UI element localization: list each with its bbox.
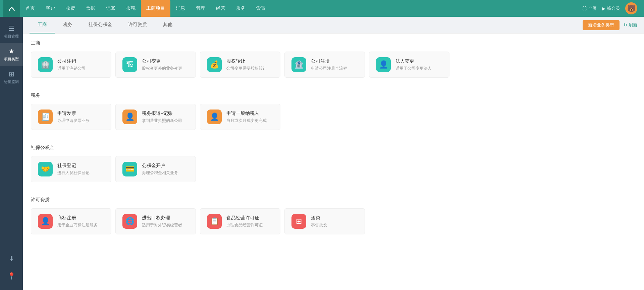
card-title-2-1: 公积金开户 bbox=[142, 163, 178, 169]
project-management-icon: ☰ bbox=[8, 24, 14, 32]
card-text-1-0: 申请发票办理申请发票业务 bbox=[57, 111, 90, 124]
card-0-0[interactable]: 🏢公司注销适用于注销公司 bbox=[31, 52, 111, 78]
sidebar-item-label-progress-monitor: 进度监测 bbox=[4, 79, 19, 84]
card-desc-3-1: 适用于对外贸易经营者 bbox=[142, 222, 182, 228]
card-0-4[interactable]: 👤法人变更适用于公司变更法人 bbox=[369, 52, 449, 78]
nav-item-1[interactable]: 客户 bbox=[40, 0, 60, 17]
nav-item-0[interactable]: 首页 bbox=[20, 0, 40, 17]
nav-item-11[interactable]: 设置 bbox=[251, 0, 271, 17]
card-icon-1-2: 👤 bbox=[207, 110, 222, 124]
card-icon-0-4: 👤 bbox=[376, 57, 391, 72]
refresh-button[interactable]: ↻ 刷新 bbox=[624, 22, 637, 28]
scroll-content: 工商🏢公司注销适用于注销公司🏗公司变更股权变更外的业务变更💰股权转让公司变更需要… bbox=[23, 33, 644, 290]
tab-bar: 工商税务社保公积金许可资质其他 新增业务类型 ↻ 刷新 bbox=[23, 17, 644, 33]
section-title-1: 税务 bbox=[31, 92, 636, 98]
card-desc-2-0: 进行人员社保登记 bbox=[57, 170, 90, 176]
card-title-1-1: 税务报道+记账 bbox=[142, 111, 182, 117]
sidebar-location-btn[interactable]: 📍 bbox=[0, 267, 23, 285]
card-title-0-2: 股权转让 bbox=[226, 58, 267, 64]
nav-item-10[interactable]: 服务 bbox=[231, 0, 251, 17]
card-desc-2-1: 办理公积金相关业务 bbox=[142, 170, 178, 176]
card-title-2-0: 社保登记 bbox=[57, 163, 90, 169]
card-title-0-1: 公司变更 bbox=[142, 58, 182, 64]
refresh-icon: ↻ bbox=[624, 22, 627, 27]
tab-2[interactable]: 社保公积金 bbox=[80, 17, 120, 33]
tab-3[interactable]: 许可资质 bbox=[120, 17, 155, 33]
card-title-1-0: 申请发票 bbox=[57, 111, 90, 117]
sidebar: ☰ 项目管理 ★ 项目类型 ⊞ 进度监测 ⬇ 📍 bbox=[0, 17, 23, 290]
fullscreen-tool[interactable]: ⛶ 全屏 bbox=[582, 5, 597, 11]
card-text-1-1: 税务报道+记账拿到营业执照的新公司 bbox=[142, 111, 182, 124]
avatar[interactable]: 🐻 bbox=[625, 2, 637, 14]
card-2-1[interactable]: 💳公积金开户办理公积金相关业务 bbox=[115, 156, 196, 182]
card-2-0[interactable]: 🤝社保登记进行人员社保登记 bbox=[31, 156, 111, 182]
sidebar-item-project-management[interactable]: ☰ 项目管理 bbox=[0, 20, 23, 43]
card-icon-3-3: ⊞ bbox=[291, 214, 306, 229]
section-divider-1 bbox=[31, 138, 636, 145]
card-3-2[interactable]: 📋食品经营许可证办理食品经营许可证 bbox=[200, 208, 280, 234]
nav-item-5[interactable]: 报税 bbox=[121, 0, 141, 17]
section-divider-2 bbox=[31, 190, 636, 197]
card-1-0[interactable]: 🧾申请发票办理申请发票业务 bbox=[31, 104, 111, 130]
refresh-label: 刷新 bbox=[629, 22, 637, 28]
cards-grid-1: 🧾申请发票办理申请发票业务👤税务报道+记账拿到营业执照的新公司👤申请一般纳税人当… bbox=[31, 104, 636, 130]
nav-item-9[interactable]: 经营 bbox=[211, 0, 231, 17]
card-text-0-2: 股权转让公司变更需要股权转让 bbox=[226, 58, 267, 71]
card-text-0-4: 法人变更适用于公司变更法人 bbox=[395, 58, 432, 71]
card-desc-0-2: 公司变更需要股权转让 bbox=[226, 66, 267, 71]
sidebar-item-progress-monitor[interactable]: ⊞ 进度监测 bbox=[0, 66, 23, 88]
card-3-3[interactable]: ⊞酒类零售批发 bbox=[284, 208, 365, 234]
card-text-3-0: 商标注册用于企业商标注册服务 bbox=[57, 215, 98, 228]
card-icon-1-1: 👤 bbox=[122, 110, 137, 124]
content-area: 工商税务社保公积金许可资质其他 新增业务类型 ↻ 刷新 工商🏢公司注销适用于注销… bbox=[23, 17, 644, 290]
card-desc-0-1: 股权变更外的业务变更 bbox=[142, 66, 182, 71]
card-0-1[interactable]: 🏗公司变更股权变更外的业务变更 bbox=[115, 52, 196, 78]
nav-item-2[interactable]: 收费 bbox=[60, 0, 80, 17]
card-0-2[interactable]: 💰股权转让公司变更需要股权转让 bbox=[200, 52, 280, 78]
card-title-3-1: 进出口权办理 bbox=[142, 215, 182, 221]
card-0-3[interactable]: 🏦公司注册申请公司注册全流程 bbox=[284, 52, 365, 78]
card-desc-1-2: 当月或次月成变更完成 bbox=[226, 118, 267, 124]
cards-grid-0: 🏢公司注销适用于注销公司🏗公司变更股权变更外的业务变更💰股权转让公司变更需要股权… bbox=[31, 52, 636, 78]
card-icon-3-1: 🌐 bbox=[122, 214, 137, 229]
tab-0[interactable]: 工商 bbox=[30, 17, 55, 33]
add-business-type-button[interactable]: 新增业务类型 bbox=[583, 20, 620, 30]
cards-grid-2: 🤝社保登记进行人员社保登记💳公积金开户办理公积金相关业务 bbox=[31, 156, 636, 182]
card-desc-1-1: 拿到营业执照的新公司 bbox=[142, 118, 182, 124]
tab-1[interactable]: 税务 bbox=[55, 17, 80, 33]
card-icon-2-1: 💳 bbox=[122, 162, 137, 176]
card-title-3-2: 食品经营许可证 bbox=[226, 215, 263, 221]
card-desc-3-3: 零售批发 bbox=[311, 222, 327, 228]
nav-item-7[interactable]: 消息 bbox=[170, 0, 191, 17]
card-icon-3-0: 👤 bbox=[38, 214, 53, 229]
sidebar-item-label-project-type: 项目类型 bbox=[4, 57, 19, 62]
tab-4[interactable]: 其他 bbox=[155, 17, 180, 33]
card-icon-0-1: 🏗 bbox=[122, 57, 137, 72]
card-text-0-0: 公司注销适用于注销公司 bbox=[57, 58, 86, 71]
nav-item-8[interactable]: 管理 bbox=[191, 0, 211, 17]
nav-items: 首页客户收费票据记账报税工商项目消息管理经营服务设置 bbox=[20, 0, 582, 17]
download-icon: ⬇ bbox=[9, 255, 14, 263]
card-3-0[interactable]: 👤商标注册用于企业商标注册服务 bbox=[31, 208, 111, 234]
card-icon-1-0: 🧾 bbox=[38, 110, 53, 124]
card-3-1[interactable]: 🌐进出口权办理适用于对外贸易经营者 bbox=[115, 208, 196, 234]
nav-item-4[interactable]: 记账 bbox=[101, 0, 121, 17]
sidebar-bottom: ⬇ 📍 bbox=[0, 250, 23, 290]
sidebar-item-project-type[interactable]: ★ 项目类型 bbox=[0, 43, 23, 66]
nav-item-6[interactable]: 工商项目 bbox=[141, 0, 170, 17]
nav-item-3[interactable]: 票据 bbox=[80, 0, 101, 17]
card-1-1[interactable]: 👤税务报道+记账拿到营业执照的新公司 bbox=[115, 104, 196, 130]
card-icon-2-0: 🤝 bbox=[38, 162, 53, 176]
vip-tool[interactable]: ▶ 畅会员 bbox=[602, 5, 620, 11]
location-icon: 📍 bbox=[7, 272, 16, 280]
card-desc-3-0: 用于企业商标注册服务 bbox=[57, 222, 98, 228]
sidebar-item-label-project-management: 项目管理 bbox=[4, 34, 19, 39]
fullscreen-icon: ⛶ bbox=[582, 6, 587, 11]
card-icon-0-3: 🏦 bbox=[291, 57, 306, 72]
card-1-2[interactable]: 👤申请一般纳税人当月或次月成变更完成 bbox=[200, 104, 280, 130]
vip-label: 畅会员 bbox=[607, 5, 620, 11]
card-desc-0-4: 适用于公司变更法人 bbox=[395, 66, 432, 71]
card-desc-0-3: 申请公司注册全流程 bbox=[311, 66, 347, 71]
sidebar-download-btn[interactable]: ⬇ bbox=[0, 250, 23, 267]
tab-actions: 新增业务类型 ↻ 刷新 bbox=[583, 20, 637, 30]
